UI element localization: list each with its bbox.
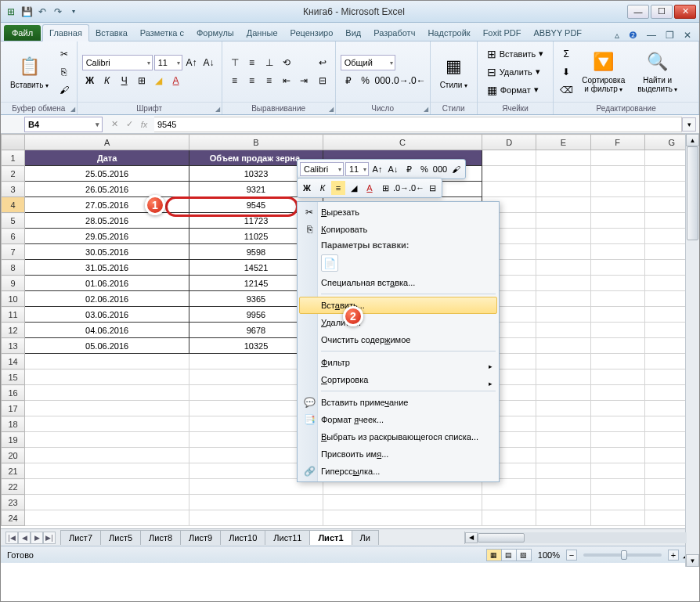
- col-header-e[interactable]: E: [536, 135, 590, 150]
- cell[interactable]: [25, 416, 189, 432]
- row-header[interactable]: 13: [2, 338, 25, 354]
- tab-data[interactable]: Данные: [240, 25, 284, 41]
- ctx-format-cells[interactable]: 📑Формат ячеек...: [299, 411, 497, 428]
- align-bottom-icon[interactable]: ⊥: [262, 55, 277, 70]
- cell[interactable]: [590, 307, 644, 323]
- ctx-dropdown-list[interactable]: Выбрать из раскрывающегося списка...: [299, 428, 497, 445]
- decrease-indent-icon[interactable]: ⇤: [279, 73, 294, 88]
- mini-currency-icon[interactable]: ₽: [402, 162, 416, 176]
- fill-color-icon[interactable]: ◢: [151, 73, 167, 88]
- tab-pagelayout[interactable]: Разметка с: [134, 25, 190, 41]
- col-header-d[interactable]: D: [482, 135, 536, 150]
- zoom-slider[interactable]: [583, 553, 662, 557]
- cell[interactable]: 05.06.2016: [25, 338, 189, 354]
- zoom-in-icon[interactable]: +: [668, 550, 679, 561]
- ctx-hyperlink[interactable]: 🔗Гиперссылка...: [299, 463, 497, 480]
- cell[interactable]: [536, 182, 590, 197]
- row-header[interactable]: 7: [2, 244, 25, 260]
- shrink-font-icon[interactable]: A↓: [201, 55, 217, 70]
- sheet-tab[interactable]: Лист8: [140, 530, 181, 545]
- row-header[interactable]: 21: [2, 463, 25, 479]
- select-all-corner[interactable]: [2, 135, 25, 150]
- percent-icon[interactable]: %: [358, 73, 373, 88]
- zoom-knob[interactable]: [621, 550, 627, 560]
- col-header-c[interactable]: C: [323, 135, 482, 150]
- cell[interactable]: [590, 276, 644, 291]
- font-launcher-icon[interactable]: ◢: [215, 106, 220, 113]
- insert-cells-button[interactable]: ⊞Вставить ▾: [482, 46, 549, 62]
- align-top-icon[interactable]: ⊤: [227, 55, 243, 70]
- workbook-minimize-icon[interactable]: —: [642, 30, 661, 41]
- cancel-formula-icon[interactable]: ✕: [107, 117, 121, 132]
- sheet-nav-first-icon[interactable]: |◀: [5, 532, 18, 544]
- cell[interactable]: [25, 354, 189, 369]
- cell[interactable]: [590, 150, 644, 166]
- zoom-out-icon[interactable]: −: [566, 550, 577, 561]
- cell[interactable]: [536, 385, 590, 401]
- tab-formulas[interactable]: Формулы: [190, 25, 240, 41]
- mini-font-combo[interactable]: Calibri: [300, 162, 344, 176]
- row-header[interactable]: 20: [2, 448, 25, 463]
- row-header[interactable]: 3: [2, 182, 25, 197]
- comma-icon[interactable]: 000: [375, 73, 391, 88]
- number-launcher-icon[interactable]: ◢: [424, 106, 428, 113]
- tab-insert[interactable]: Вставка: [89, 25, 134, 41]
- ctx-cut[interactable]: ✂Вырезать: [299, 204, 497, 221]
- cell[interactable]: [590, 182, 644, 197]
- workbook-close-icon[interactable]: ✕: [679, 30, 696, 41]
- mini-bold-icon[interactable]: Ж: [300, 181, 314, 195]
- merge-icon[interactable]: ⊟: [315, 73, 330, 88]
- zoom-level[interactable]: 100%: [538, 550, 560, 560]
- row-header[interactable]: 5: [2, 213, 25, 229]
- cell[interactable]: [536, 463, 590, 479]
- mini-fill-icon[interactable]: ◢: [347, 181, 361, 195]
- row-header[interactable]: 22: [2, 479, 25, 495]
- excel-icon[interactable]: ⊞: [4, 5, 18, 19]
- mini-shrink-font-icon[interactable]: A↓: [386, 162, 400, 176]
- cell[interactable]: [536, 338, 590, 354]
- sort-filter-button[interactable]: 🔽 Сортировка и фильтр: [577, 48, 630, 96]
- tab-home[interactable]: Главная: [42, 24, 89, 41]
- cell[interactable]: [189, 495, 323, 510]
- sheet-tab[interactable]: Лист9: [180, 530, 221, 545]
- cell[interactable]: 02.06.2016: [25, 291, 189, 307]
- redo-icon[interactable]: ↷: [51, 5, 65, 19]
- view-normal-icon[interactable]: ▦: [486, 549, 502, 561]
- cell[interactable]: [536, 354, 590, 369]
- sheet-nav-prev-icon[interactable]: ◀: [18, 532, 31, 544]
- cell[interactable]: [189, 510, 323, 526]
- cell[interactable]: [536, 479, 590, 495]
- mini-percent-icon[interactable]: %: [417, 162, 431, 176]
- workbook-restore-icon[interactable]: ❐: [661, 30, 679, 41]
- cell[interactable]: 01.06.2016: [25, 276, 189, 291]
- wrap-text-icon[interactable]: ↩: [315, 55, 330, 70]
- increase-indent-icon[interactable]: ⇥: [296, 73, 312, 88]
- cell[interactable]: 28.05.2016: [25, 213, 189, 229]
- clipboard-launcher-icon[interactable]: ◢: [70, 106, 75, 113]
- font-size-combo[interactable]: 11: [154, 55, 182, 70]
- cell[interactable]: 26.05.2016: [25, 182, 189, 197]
- format-painter-icon[interactable]: 🖌: [56, 82, 72, 98]
- ctx-insert[interactable]: Вставить...: [299, 297, 497, 314]
- ribbon-minimize-icon[interactable]: ▵: [610, 30, 624, 41]
- cell[interactable]: [536, 448, 590, 463]
- delete-cells-button[interactable]: ⊟Удалить ▾: [482, 64, 549, 80]
- cell[interactable]: [25, 369, 189, 385]
- row-header[interactable]: 11: [2, 307, 25, 323]
- hscroll-thumb[interactable]: [478, 533, 525, 543]
- cell[interactable]: [536, 432, 590, 448]
- autosum-icon[interactable]: Σ: [558, 46, 574, 62]
- sheet-nav-next-icon[interactable]: ▶: [31, 532, 43, 544]
- mini-inc-decimal-icon[interactable]: .0→: [394, 181, 408, 195]
- row-header[interactable]: 8: [2, 260, 25, 276]
- align-left-icon[interactable]: ≡: [227, 73, 243, 88]
- worksheet-grid[interactable]: A B C D E F G 1ДатаОбъем продаж зерна,22…: [1, 134, 699, 528]
- number-format-combo[interactable]: Общий: [341, 55, 395, 70]
- ctx-delete[interactable]: Удалить...: [299, 314, 497, 331]
- row-header[interactable]: 19: [2, 432, 25, 448]
- cell[interactable]: [590, 323, 644, 338]
- tab-addins[interactable]: Надстройк: [421, 25, 476, 41]
- cell[interactable]: Дата: [25, 150, 189, 166]
- align-center-icon[interactable]: ≡: [244, 73, 260, 88]
- formula-input[interactable]: 9545: [154, 117, 682, 132]
